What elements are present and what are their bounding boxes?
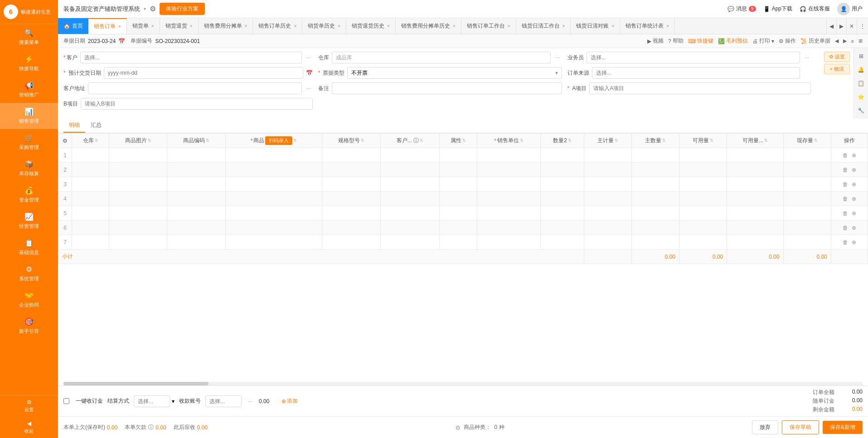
row-4-code[interactable] [167,192,225,206]
sidebar-item-collab[interactable]: 🤝 企业协同 [0,287,58,313]
row-5-unit[interactable] [477,206,541,221]
row-delete-icon[interactable]: 🗑 [843,152,848,159]
horizontal-scrollbar[interactable] [63,382,863,385]
settings-button[interactable]: ⚙ 设置 [824,52,850,62]
tab-sales-stats[interactable]: 销售订单统计表 × [620,18,675,34]
row-6-attr[interactable] [440,221,477,235]
row-4-qty2[interactable] [541,192,584,206]
right-panel-icon-3[interactable]: 📋 [855,77,868,90]
row-3-stock[interactable] [783,177,831,192]
sidebar-item-finance[interactable]: 💰 资金管理 [0,182,58,208]
sales-unit-sort-icon[interactable]: ⇅ [520,139,524,143]
sidebar-item-system[interactable]: ⚙ 系统管理 [0,260,58,287]
tab-close-icon[interactable]: × [338,24,340,29]
row-3-qty2[interactable] [541,177,584,192]
product-img-sort-icon[interactable]: ⇅ [148,139,151,143]
row-6-avail[interactable] [679,221,727,235]
sidebar-settings-btn[interactable]: ⚙ 设置 [0,395,58,417]
row-copy-icon[interactable]: ⊕ [852,225,856,231]
tab-close-icon[interactable]: × [611,24,614,29]
row-2-customer[interactable] [380,163,440,177]
b-project-input[interactable] [81,98,313,110]
customer-input[interactable] [80,52,302,63]
sidebar-item-operations[interactable]: 📈 经营管理 [0,208,58,234]
row-4-stock[interactable] [783,192,831,206]
row-delete-icon[interactable]: 🗑 [843,239,848,245]
row-1-product[interactable] [225,148,322,163]
tab-close-icon[interactable]: × [508,24,510,29]
row-6-warehouse[interactable] [72,221,109,235]
sidebar-item-basic[interactable]: 📋 基础信息 [0,234,58,260]
add-payment-btn[interactable]: ⊕ 添加 [281,397,298,405]
account-dots-icon[interactable]: ··· [246,398,254,404]
row-3-avail[interactable] [679,177,727,192]
row-7-attr[interactable] [440,235,477,250]
list-view-icon[interactable]: ≡ [851,39,854,44]
tab-sales-expense[interactable]: 销售费用分摊单 × [199,18,253,34]
staff-dots-icon[interactable]: ··· [803,54,811,61]
row-6-qty2[interactable] [541,221,584,235]
row-3-attr[interactable] [440,177,477,192]
print-btn[interactable]: 🖨 打印 ▾ [752,37,774,45]
row-3-code[interactable] [167,177,225,192]
avail-qty-sort-icon[interactable]: ⇅ [710,139,713,143]
scan-btn[interactable]: 扫码录入 [265,136,292,145]
sidebar-item-marketing[interactable]: 📢 营销推广 [0,77,58,103]
video-btn[interactable]: ▶ 视频 [647,37,664,45]
a-project-input[interactable] [589,82,811,94]
row-copy-icon[interactable]: ⊕ [852,210,856,217]
row-7-warehouse[interactable] [72,235,109,250]
row-copy-icon[interactable]: ⊕ [852,181,856,188]
row-5-img[interactable] [109,206,167,221]
staff-input[interactable] [587,52,800,63]
doc-num-value[interactable]: SO-20230324-001 [155,38,200,44]
table-settings-icon[interactable]: ⚙ [63,138,68,144]
row-1-qty2[interactable] [541,148,584,163]
spec-sort-icon[interactable]: ⇅ [361,139,364,143]
one-click-payment-checkbox[interactable] [63,398,69,404]
tab-close-icon[interactable]: × [294,24,296,29]
row-3-customer[interactable] [380,177,440,192]
row-4-warehouse[interactable] [72,192,109,206]
main-unit-sort-icon[interactable]: ⇅ [615,139,618,143]
row-4-unit[interactable] [477,192,541,206]
tab-close-icon[interactable]: × [151,24,154,29]
customer-dots-icon[interactable]: ··· [305,54,313,61]
row-3-img[interactable] [109,177,167,192]
warehouse-dots-icon[interactable]: ··· [553,54,562,61]
row-2-stock[interactable] [783,163,831,177]
app-download-btn[interactable]: 📱 App下载 [763,5,792,13]
tab-cash-workbench[interactable]: 钱货日清工作台 × [516,18,571,34]
date-value[interactable]: 2023-03-24 [88,38,116,44]
sidebar-collapse-btn[interactable]: ◀ 收起 [0,417,58,438]
address-input[interactable] [88,82,302,94]
row-1-spec[interactable] [322,148,380,163]
account-input[interactable] [205,395,242,407]
warehouse-sort-icon[interactable]: ⇅ [95,139,98,143]
row-delete-icon[interactable]: 🗑 [843,181,848,188]
tab-sales-return-history[interactable]: 销货退货历史 × [346,18,396,34]
user-menu-btn[interactable]: 👤 用户 [837,3,863,15]
row-2-main-unit[interactable] [584,163,631,177]
sidebar-item-inventory[interactable]: 📦 库存核算 [0,155,58,182]
system-title-dropdown[interactable]: ▾ [144,6,146,11]
row-5-avail[interactable] [679,206,727,221]
row-4-spec[interactable] [322,192,380,206]
row-7-img[interactable] [109,235,167,250]
row-7-product[interactable] [225,235,322,250]
row-delete-icon[interactable]: 🗑 [843,167,848,173]
row-1-attr[interactable] [440,148,477,163]
product-sort-icon[interactable]: ⇅ [293,139,297,143]
row-3-unit[interactable] [477,177,541,192]
customer-info-sort-icon[interactable]: ⇅ [420,139,423,143]
tab-close-icon[interactable]: × [245,24,247,29]
row-4-main-qty[interactable] [631,192,679,206]
row-6-unit[interactable] [477,221,541,235]
tab-close-icon[interactable]: × [666,24,669,29]
row-7-avail2[interactable] [727,235,783,250]
row-2-spec[interactable] [322,163,380,177]
tab-close-icon[interactable]: × [563,24,565,29]
right-panel-icon-2[interactable]: 🔔 [855,63,868,76]
tab-sales-order-history[interactable]: 销售订单历史 × [253,18,302,34]
row-7-unit[interactable] [477,235,541,250]
